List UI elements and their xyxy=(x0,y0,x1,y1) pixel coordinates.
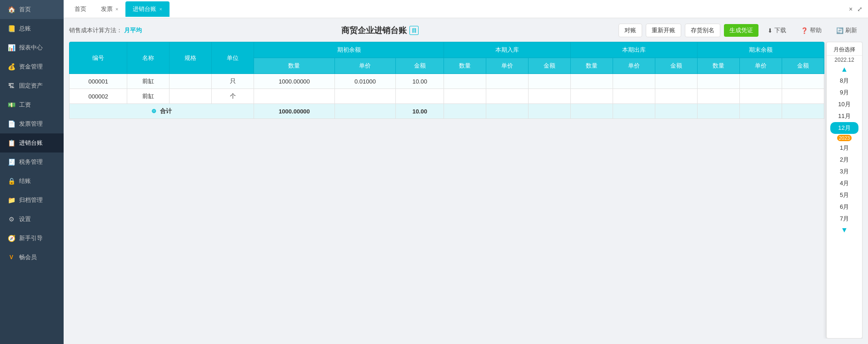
sidebar-label-home: 首页 xyxy=(19,5,31,14)
home-icon: 🏠 xyxy=(7,5,15,14)
reports-icon: 📊 xyxy=(7,44,15,52)
col-in-qty: 数量 xyxy=(444,58,486,74)
sidebar-item-tax[interactable]: 🧾 税务管理 xyxy=(0,152,64,172)
window-controls: × ⤢ xyxy=(846,5,864,14)
sidebar-item-purchase-sales[interactable]: 📋 进销台账 xyxy=(0,133,64,152)
month-item-8[interactable]: 8月 xyxy=(827,75,862,87)
maximize-button[interactable]: ⤢ xyxy=(855,5,864,14)
month-item-5[interactable]: 5月 xyxy=(827,189,862,201)
tab-invoice-label: 发票 xyxy=(101,5,113,13)
total-row: ⊕ 合计 1000.00000 10.00 xyxy=(70,104,824,119)
tab-purchase-sales[interactable]: 进销台账 × xyxy=(125,1,169,17)
tabs-bar: 首页 发票 × 进销台账 × × ⤢ xyxy=(64,0,868,18)
col-group-period-opening: 期初余额 xyxy=(254,42,444,58)
sidebar-item-ledger[interactable]: 📒 总账 xyxy=(0,19,64,38)
tab-invoice[interactable]: 发票 × xyxy=(94,1,125,17)
vip-icon: V xyxy=(7,253,15,261)
cell-out-qty-1 xyxy=(571,74,613,89)
refresh-icon: 🔄 xyxy=(836,27,843,34)
month-item-10[interactable]: 10月 xyxy=(827,98,862,110)
col-open-qty: 数量 xyxy=(254,58,334,74)
main-area: 首页 发票 × 进销台账 × × ⤢ 销售成本计算方法： 月平均 商贸企业进销台… xyxy=(64,0,868,344)
cell-name-2: 前缸 xyxy=(127,89,170,104)
sidebar-label-vip: 畅会员 xyxy=(19,253,37,261)
page-title: 商贸企业进销台账 目 xyxy=(142,25,619,36)
month-item-12[interactable]: 12月 xyxy=(830,122,858,134)
settings-icon: ⚙ xyxy=(7,215,15,223)
generate-voucher-button[interactable]: 生成凭证 xyxy=(724,24,758,37)
cell-number-1: 000001 xyxy=(70,74,127,89)
month-item-7[interactable]: 7月 xyxy=(827,213,862,225)
col-close-qty: 数量 xyxy=(697,58,739,74)
col-in-price: 单价 xyxy=(486,58,529,74)
total-in-qty xyxy=(444,104,486,119)
sidebar-item-vip[interactable]: V 畅会员 xyxy=(0,248,64,267)
sidebar-item-closing[interactable]: 🔒 结账 xyxy=(0,172,64,191)
sidebar-item-archive[interactable]: 📁 归档管理 xyxy=(0,191,64,210)
refresh-label: 刷新 xyxy=(845,26,857,34)
sidebar-item-funds[interactable]: 💰 资金管理 xyxy=(0,57,64,76)
cell-close-price-2 xyxy=(739,89,782,104)
month-scroll-up[interactable]: ▲ xyxy=(827,64,862,75)
download-button[interactable]: ⬇ 下载 xyxy=(762,24,792,37)
col-group-period-in: 本期入库 xyxy=(444,42,571,58)
total-close-qty xyxy=(697,104,739,119)
sidebar-label-assets: 固定资产 xyxy=(19,82,43,90)
total-open-qty: 1000.00000 xyxy=(254,104,334,119)
archive-icon: 📁 xyxy=(7,196,15,204)
cell-out-price-2 xyxy=(613,89,655,104)
save-as-button[interactable]: 存货别名 xyxy=(685,24,720,37)
header-row: 销售成本计算方法： 月平均 商贸企业进销台账 目 对账 重新开账 存货别名 生成… xyxy=(69,24,863,37)
help-button[interactable]: ❓ 帮助 xyxy=(795,24,827,37)
total-close-amount xyxy=(782,104,824,119)
cell-number-2: 000002 xyxy=(70,89,127,104)
total-out-qty xyxy=(571,104,613,119)
total-icon: ⊕ xyxy=(151,108,156,114)
tax-icon: 🧾 xyxy=(7,158,15,166)
tab-home-label: 首页 xyxy=(75,5,86,13)
cell-close-qty-2 xyxy=(697,89,739,104)
month-item-1[interactable]: 1月 xyxy=(827,142,862,154)
current-year-display: 2022.12 xyxy=(827,56,862,64)
cell-close-qty-1 xyxy=(697,74,739,89)
assets-icon: 🏗 xyxy=(7,82,15,90)
sidebar-item-salary[interactable]: 💵 工资 xyxy=(0,95,64,114)
tab-home[interactable]: 首页 xyxy=(67,1,94,17)
close-button[interactable]: × xyxy=(846,5,855,14)
sidebar-item-guide[interactable]: 🧭 新手引导 xyxy=(0,229,64,248)
month-item-3[interactable]: 3月 xyxy=(827,166,862,177)
sidebar-item-invoice[interactable]: 📄 发票管理 xyxy=(0,114,64,133)
cell-unit-2: 个 xyxy=(212,89,254,104)
cell-open-price-2 xyxy=(334,89,396,104)
month-panel: 月份选择 2022.12 ▲ 8月 9月 10月 11月 12月 2023 1月… xyxy=(826,42,863,339)
total-in-amount xyxy=(529,104,571,119)
month-item-9[interactable]: 9月 xyxy=(827,87,862,98)
month-item-2[interactable]: 2月 xyxy=(827,154,862,166)
cell-open-price-1: 0.01000 xyxy=(334,74,396,89)
month-item-11[interactable]: 11月 xyxy=(827,110,862,122)
tab-invoice-close[interactable]: × xyxy=(115,6,118,12)
sidebar-label-ledger: 总账 xyxy=(19,25,31,33)
month-panel-title: 月份选择 xyxy=(827,44,862,56)
help-icon: ❓ xyxy=(801,27,808,34)
month-item-6[interactable]: 6月 xyxy=(827,201,862,213)
title-info-icon[interactable]: 目 xyxy=(409,26,419,35)
total-open-price xyxy=(334,104,396,119)
reopen-button[interactable]: 重新开账 xyxy=(646,24,681,37)
cell-in-amount-2 xyxy=(529,89,571,104)
sidebar-item-reports[interactable]: 📊 报表中心 xyxy=(0,38,64,57)
sidebar-item-assets[interactable]: 🏗 固定资产 xyxy=(0,76,64,95)
cell-in-qty-1 xyxy=(444,74,486,89)
cell-spec-2 xyxy=(170,89,212,104)
refresh-button[interactable]: 🔄 刷新 xyxy=(831,24,863,37)
cell-open-qty-1: 1000.00000 xyxy=(254,74,334,89)
reconcile-button[interactable]: 对账 xyxy=(619,24,642,37)
sidebar-label-settings: 设置 xyxy=(19,215,31,223)
month-scroll-down[interactable]: ▼ xyxy=(827,225,862,236)
month-item-4[interactable]: 4月 xyxy=(827,177,862,189)
sidebar-label-archive: 归档管理 xyxy=(19,196,43,204)
sidebar-item-settings[interactable]: ⚙ 设置 xyxy=(0,210,64,229)
cell-open-amount-1: 10.00 xyxy=(396,74,444,89)
sidebar-item-home[interactable]: 🏠 首页 xyxy=(0,0,64,19)
tab-purchase-sales-close[interactable]: × xyxy=(159,6,162,12)
